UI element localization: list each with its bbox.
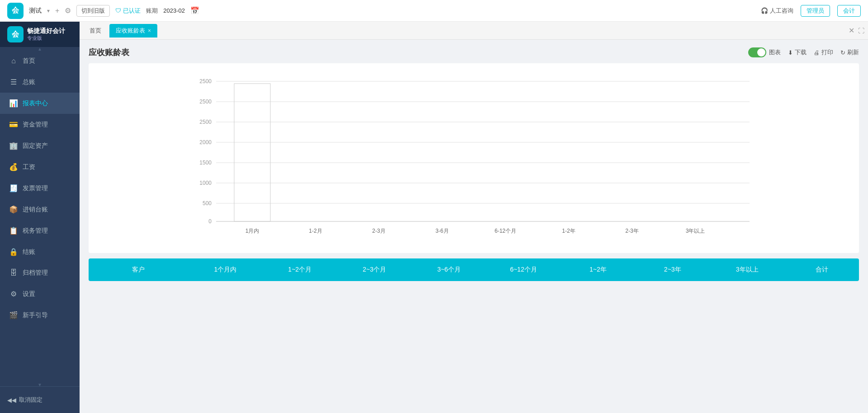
bar-chart: 2500 2500 2500 2000 1500 1000 500 0 xyxy=(98,72,850,244)
svg-text:2500: 2500 xyxy=(199,78,212,84)
col-header-1m: 1个月内 xyxy=(188,258,263,281)
home-icon: ⌂ xyxy=(9,57,18,65)
download-icon: ⬇ xyxy=(788,49,793,56)
svg-rect-23 xyxy=(551,163,587,221)
wages-icon: 💰 xyxy=(9,163,18,171)
old-version-button[interactable]: 切到旧版 xyxy=(76,5,110,17)
sidebar-item-sales[interactable]: 📦 进销台账 xyxy=(0,199,80,220)
sidebar-item-label: 结账 xyxy=(23,248,35,256)
app-logo: 会 xyxy=(7,3,24,19)
logo-icon: 会 xyxy=(7,26,24,42)
workspace-chevron-icon[interactable]: ▾ xyxy=(47,8,50,14)
sidebar-item-funds[interactable]: 💳 资金管理 xyxy=(0,114,80,135)
admin-button[interactable]: 管理员 xyxy=(801,5,830,17)
page-content: 应收账龄表 图表 ⬇ 下载 🖨 打印 ↻ xyxy=(80,40,868,413)
logo-sub: 专业版 xyxy=(27,35,65,42)
svg-text:0: 0 xyxy=(208,218,212,225)
svg-text:500: 500 xyxy=(203,200,212,206)
col-header-total: 合计 xyxy=(784,258,859,281)
sidebar-item-label: 税务管理 xyxy=(23,227,48,235)
tab-close-icon[interactable]: × xyxy=(148,28,151,34)
svg-rect-25 xyxy=(677,154,713,221)
scroll-indicator-bottom: ▼ xyxy=(0,383,80,386)
expand-icon[interactable]: ⛶ xyxy=(858,27,864,34)
svg-rect-21 xyxy=(424,174,460,221)
svg-rect-20 xyxy=(361,82,397,221)
tab-home[interactable]: 首页 xyxy=(83,24,108,38)
col-header-2-3m: 2~3个月 xyxy=(337,258,412,281)
calendar-icon[interactable]: 📅 xyxy=(190,6,199,15)
pin-icon: ◀◀ xyxy=(7,397,16,404)
content-area: 首页 应收账龄表 × ✕ ⛶ 应收账龄表 图表 xyxy=(80,22,868,413)
logo-text: 畅捷通好会计 xyxy=(27,27,65,35)
human-service-button[interactable]: 🎧 人工咨询 xyxy=(761,7,793,15)
sidebar-item-label: 归档管理 xyxy=(23,269,48,277)
toggle-switch[interactable] xyxy=(748,47,766,57)
sidebar-item-assets[interactable]: 🏢 固定资产 xyxy=(0,135,80,156)
refresh-icon: ↻ xyxy=(840,49,845,56)
sidebar-item-ledger[interactable]: ☰ 总账 xyxy=(0,71,80,93)
chart-toggle-label: 图表 xyxy=(769,48,781,56)
home-tab-label: 首页 xyxy=(90,27,101,35)
cancel-fixed-button[interactable]: ◀◀ 取消固定 xyxy=(0,391,80,408)
refresh-button[interactable]: ↻ 刷新 xyxy=(840,48,859,56)
scroll-indicator-top: ▲ xyxy=(0,47,80,51)
main-layout: 会 畅捷通好会计 专业版 ▲ ⌂ 首页 ☰ 总账 📊 报表中心 💳 xyxy=(0,22,868,413)
col-header-1-2y: 1~2年 xyxy=(561,258,635,281)
certified-badge: 🛡 已认证 xyxy=(115,7,141,15)
tab-bar-right: ✕ ⛶ xyxy=(849,26,864,35)
add-workspace-icon[interactable]: + xyxy=(55,7,59,15)
sidebar-item-tax[interactable]: 📋 税务管理 xyxy=(0,220,80,241)
sidebar-item-label: 进销台账 xyxy=(23,206,48,214)
close-books-icon: 🔒 xyxy=(9,248,18,256)
period-label: 账期 xyxy=(146,7,158,15)
tax-icon: 📋 xyxy=(9,226,18,235)
period-value: 2023-02 xyxy=(163,7,185,14)
sidebar-item-label: 报表中心 xyxy=(23,99,48,108)
svg-text:3年以上: 3年以上 xyxy=(686,228,705,234)
sidebar-item-label: 工资 xyxy=(23,163,35,171)
shield-icon: 🛡 xyxy=(115,7,121,14)
svg-text:6-12个月: 6-12个月 xyxy=(495,228,516,234)
sidebar-item-label: 发票管理 xyxy=(23,184,48,192)
chart-toggle[interactable]: 图表 xyxy=(748,47,781,57)
svg-rect-18 xyxy=(234,84,270,221)
header-right: 🎧 人工咨询 管理员 会计 xyxy=(761,5,861,17)
sidebar-item-settings[interactable]: ⚙ 设置 xyxy=(0,283,80,305)
settings-icon[interactable]: ⚙ xyxy=(65,6,71,15)
logo-text-block: 畅捷通好会计 专业版 xyxy=(27,27,65,42)
col-header-customer: 客户 xyxy=(89,258,188,281)
settings-icon: ⚙ xyxy=(9,290,18,298)
close-panel-icon[interactable]: ✕ xyxy=(849,26,854,35)
col-header-2-3y: 2~3年 xyxy=(635,258,710,281)
sidebar: 会 畅捷通好会计 专业版 ▲ ⌂ 首页 ☰ 总账 📊 报表中心 💳 xyxy=(0,22,80,413)
print-button[interactable]: 🖨 打印 xyxy=(814,48,833,56)
sidebar-item-label: 首页 xyxy=(23,57,35,65)
svg-rect-22 xyxy=(487,77,524,221)
sidebar-item-archive[interactable]: 🗄 归档管理 xyxy=(0,263,80,283)
tab-aging-report[interactable]: 应收账龄表 × xyxy=(109,24,157,38)
sidebar-item-label: 固定资产 xyxy=(23,142,48,150)
sidebar-item-invoices[interactable]: 🧾 发票管理 xyxy=(0,178,80,199)
headset-icon: 🎧 xyxy=(761,7,768,14)
sidebar-item-close[interactable]: 🔒 结账 xyxy=(0,241,80,263)
sidebar-item-wages[interactable]: 💰 工资 xyxy=(0,156,80,178)
download-button[interactable]: ⬇ 下载 xyxy=(788,48,807,56)
sidebar-item-label: 总账 xyxy=(23,78,35,86)
sidebar-item-label: 设置 xyxy=(23,290,35,298)
svg-text:2-3月: 2-3月 xyxy=(372,228,385,234)
svg-text:1500: 1500 xyxy=(199,160,212,166)
sidebar-item-home[interactable]: ⌂ 首页 xyxy=(0,51,80,71)
accounting-button[interactable]: 会计 xyxy=(837,5,861,17)
funds-icon: 💳 xyxy=(9,120,18,129)
table-container: 客户 1个月内 1~2个月 2~3个月 3~6个月 6~12个月 1~2年 2~… xyxy=(89,258,859,281)
sidebar-item-reports[interactable]: 📊 报表中心 xyxy=(0,93,80,114)
svg-text:3-6月: 3-6月 xyxy=(435,228,448,234)
invoices-icon: 🧾 xyxy=(9,184,18,192)
tab-bar: 首页 应收账龄表 × ✕ ⛶ xyxy=(80,22,868,40)
sidebar-item-guide[interactable]: 🎬 新手引导 xyxy=(0,305,80,326)
sidebar-item-label: 资金管理 xyxy=(23,121,48,129)
print-icon: 🖨 xyxy=(814,49,820,56)
guide-icon: 🎬 xyxy=(9,311,18,319)
col-header-3-6m: 3~6个月 xyxy=(412,258,486,281)
